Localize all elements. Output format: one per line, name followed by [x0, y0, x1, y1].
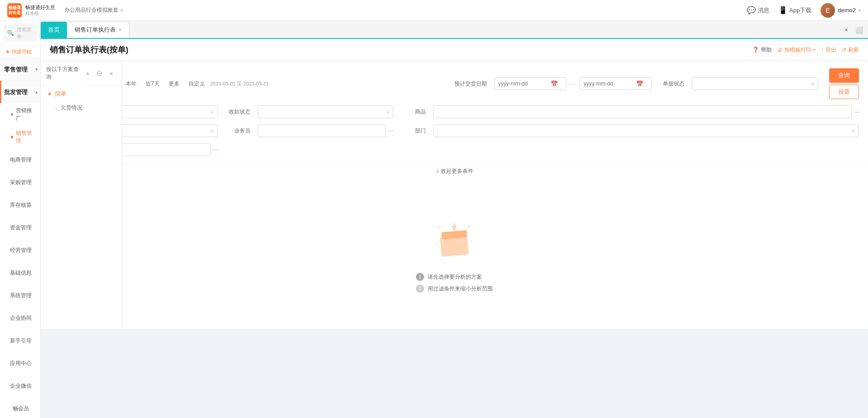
query-btn[interactable]: 查询: [829, 68, 859, 83]
sidebar-item-newbie[interactable]: 新手引导: [0, 329, 40, 352]
expected-date-from[interactable]: 📅: [494, 77, 566, 90]
product-ellipsis-btn[interactable]: ···: [854, 108, 859, 115]
filter-row-2: 出库状态 ∨ 收款状态 ∨ 商品 ···: [50, 105, 859, 118]
sales-order-tab[interactable]: 销售订单执行表 ×: [67, 22, 129, 38]
help-btn[interactable]: ❓ 帮助: [752, 46, 772, 54]
expected-date-control: 📅 — 📅: [494, 77, 652, 90]
sidebar-label-newbie: 新手引导: [10, 337, 32, 345]
status-label: 单据状态: [659, 80, 684, 88]
left-panel-header: 按以下方案查询 + «: [41, 61, 122, 86]
svg-point-9: [471, 241, 472, 242]
page-title: 销售订单执行表(按单): [50, 44, 128, 61]
help-label: 帮助: [761, 46, 772, 54]
out-status-arrow: ∨: [211, 109, 214, 114]
sidebar-sub-sales-mgmt[interactable]: 销售管理: [0, 126, 40, 148]
sidebar-item-inventory[interactable]: 库存核算: [0, 194, 40, 216]
sidebar-item-wholesale[interactable]: 批发管理 ▴: [0, 81, 40, 103]
salesman-input[interactable]: [258, 124, 386, 137]
template-print-label: 按模板打印: [784, 46, 811, 54]
user-menu[interactable]: E demo2 ▾: [821, 3, 861, 18]
home-tab[interactable]: 首页: [41, 22, 67, 38]
status-select[interactable]: ∨: [692, 77, 818, 90]
add-scheme-btn[interactable]: +: [83, 68, 93, 78]
app-download-btn[interactable]: 📱 App下载: [778, 6, 811, 14]
svg-point-1: [98, 73, 99, 74]
expected-date-label: 预计交货日期: [454, 80, 487, 88]
collapse-label: 收起更多条件: [441, 167, 473, 175]
product-input[interactable]: [433, 105, 852, 118]
content-with-panel: 按以下方案查询 + « ● 按单: [41, 61, 868, 329]
sidebar-search-box[interactable]: 🔍 搜索菜单: [4, 24, 37, 42]
export-btn[interactable]: ↑ 导出: [821, 46, 836, 54]
sidebar-item-apps[interactable]: 应用中心: [0, 352, 40, 375]
sidebar-label-marketing: 营销推广: [16, 107, 33, 122]
customer-ellipsis-btn[interactable]: ···: [212, 146, 218, 153]
date-range-text: 2023-03-01 至 2023-03-31: [210, 81, 269, 87]
export-label: 导出: [826, 46, 836, 54]
sidebar-item-wechat[interactable]: 企业微信: [0, 375, 40, 397]
scheme-item-sales-order[interactable]: ● 按单: [41, 86, 122, 101]
message-btn[interactable]: 💬 消息: [747, 6, 769, 14]
collapse-panel-btn[interactable]: «: [106, 68, 116, 78]
sidebar-item-zero-retail[interactable]: 零售管理 ▾: [0, 58, 40, 81]
sidebar-label-inventory: 库存核算: [10, 201, 32, 209]
date-separator: —: [570, 81, 576, 87]
collapse-bar[interactable]: ∧ 收起更多条件: [41, 163, 868, 179]
breadcrumb-area: 办公用品行业模拟账套 ▾: [64, 6, 123, 14]
template-print-btn[interactable]: 🖨 按模板打印 ▾: [777, 46, 816, 54]
sidebar-item-ops[interactable]: 经营管理: [0, 239, 40, 261]
sidebar-nav-link[interactable]: ★ 快捷导航: [0, 46, 40, 58]
setting-btn[interactable]: 设置: [829, 85, 859, 99]
salesman-ellipsis-btn[interactable]: ···: [388, 127, 393, 134]
this-year-btn[interactable]: 本年: [122, 79, 140, 89]
more-date-btn[interactable]: 更多: [165, 79, 183, 89]
expected-date-from-input[interactable]: [498, 81, 548, 87]
dot-icon-marketing: [11, 113, 13, 116]
sidebar-item-coop[interactable]: 企业协同: [0, 307, 40, 329]
user-name: demo2: [838, 7, 856, 14]
sidebar-item-finance[interactable]: 资金管理: [0, 216, 40, 239]
sidebar-item-basic[interactable]: 基础信息: [0, 261, 40, 284]
maximize-window-btn[interactable]: ⬜: [854, 24, 864, 35]
payment-status-select[interactable]: ∨: [258, 105, 393, 118]
empty-state: 1 请先选择要分析的方案 2 用过滤条件来缩小分析范围: [41, 182, 868, 329]
sidebar-item-vip[interactable]: 畅会员: [0, 397, 40, 418]
edit-scheme-btn[interactable]: [94, 68, 104, 78]
scheme-label-debt: 欠货情况: [61, 104, 82, 112]
sidebar-label-vip: 畅会员: [13, 405, 29, 413]
sidebar-label-wechat: 企业微信: [10, 382, 32, 390]
print-dropdown-icon: ▾: [813, 48, 816, 52]
app-edition: 标准版: [25, 10, 55, 16]
sidebar-item-system[interactable]: 系统管理: [0, 284, 40, 307]
scheme-icon-debt: ○: [55, 105, 58, 110]
sidebar-label-coop: 企业协同: [10, 314, 32, 322]
expected-date-to[interactable]: 📅: [580, 77, 652, 90]
breadcrumb-dropdown-icon[interactable]: ▾: [120, 7, 123, 14]
refresh-btn[interactable]: ↺ 刷新: [842, 46, 859, 54]
svg-point-7: [468, 226, 470, 228]
expected-date-to-input[interactable]: [584, 81, 633, 87]
tab-close-icon[interactable]: ×: [118, 27, 122, 33]
dept-label: 部门: [401, 127, 426, 135]
sidebar-label-finance: 资金管理: [10, 224, 32, 232]
scheme-item-debt[interactable]: ○ 欠货情况: [41, 101, 122, 114]
sidebar-label-apps: 应用中心: [10, 360, 32, 367]
home-tab-label: 首页: [48, 26, 60, 34]
custom-date-btn[interactable]: 自定义: [185, 79, 208, 89]
refresh-label: 刷新: [848, 46, 859, 54]
exec-status-arrow: ∨: [211, 128, 214, 133]
close-window-btn[interactable]: ×: [841, 24, 852, 35]
hint-num-1: 1: [416, 273, 424, 281]
sidebar-item-ecommerce[interactable]: 电商管理: [0, 148, 40, 171]
product-label: 商品: [401, 108, 426, 116]
scheme-label-sales-order: 按单: [55, 90, 66, 98]
sidebar-label-zero-retail: 零售管理: [4, 66, 28, 74]
dept-select[interactable]: ∨: [433, 124, 859, 137]
header-right: 💬 消息 📱 App下载 E demo2 ▾: [747, 3, 861, 18]
sidebar-item-purchase[interactable]: 采购管理: [0, 171, 40, 194]
salesman-field: ···: [258, 124, 393, 137]
filter-row-4: 客户 ···: [50, 143, 859, 156]
last-7-days-btn[interactable]: 近7天: [142, 79, 163, 89]
sidebar-sub-marketing[interactable]: 营销推广: [0, 103, 40, 126]
sidebar-label-basic: 基础信息: [10, 269, 32, 277]
